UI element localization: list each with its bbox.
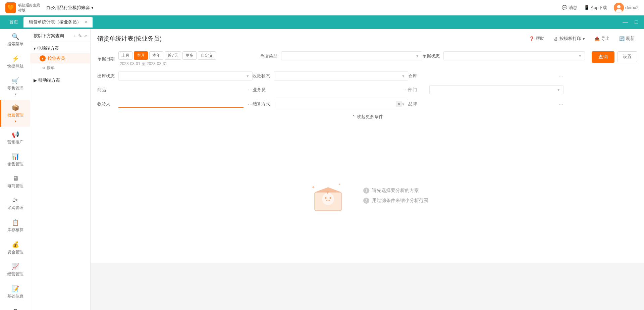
workspace-arrow: ▾ (91, 5, 94, 10)
payment-tag-close[interactable]: × (398, 102, 400, 106)
add-scheme-button[interactable]: + (73, 33, 76, 39)
date-btn-this-year[interactable]: 本年 (149, 51, 163, 60)
sidebar-item-sales[interactable]: 📊 销售管理 (0, 149, 30, 171)
sidebar-item-inventory[interactable]: 📋 库存核算 (0, 215, 30, 237)
sidebar-item-ecommerce[interactable]: 🖥 电商管理 (0, 171, 30, 193)
sidebar-item-quick-nav[interactable]: ⚡ 快捷导航 (0, 51, 30, 73)
order-status-select[interactable]: ▾ (443, 51, 585, 60)
refresh-label: 刷新 (626, 36, 635, 42)
warehouse-dots-button[interactable]: ··· (558, 72, 564, 80)
basic-info-icon: 📝 (12, 285, 19, 293)
help-button[interactable]: ❓ 帮助 (526, 34, 547, 43)
scheme-desktop-header[interactable]: ▾ 电脑端方案 (30, 43, 90, 53)
sidebar-item-operations-label: 经营管理 (7, 271, 23, 277)
order-status-arrow: ▾ (579, 53, 581, 58)
scheme-sub-by-order[interactable]: ⚙ 按单 (30, 63, 90, 72)
date-btn-this-month[interactable]: 本月 (134, 51, 148, 60)
print-button[interactable]: 🖨 按模板打印 ▾ (551, 34, 588, 43)
sidebar-item-marketing[interactable]: 📢 营销推广 (0, 127, 30, 149)
search-icon: 🔍 (12, 33, 19, 40)
scheme-mobile-header[interactable]: ▶ 移动端方案 (30, 75, 90, 85)
date-btn-7days[interactable]: 近7天 (165, 51, 181, 60)
payment-status-label: 收款状态 (253, 73, 271, 79)
refresh-button[interactable]: 🔄 刷新 (616, 34, 637, 43)
filter-payment-method: 结算方式 × ▾ (253, 99, 408, 109)
filter-payment-status: 收款状态 ▾ (253, 71, 408, 81)
svg-point-8 (330, 197, 331, 199)
query-button[interactable]: 查询 (592, 51, 614, 63)
product-dots-button[interactable]: ··· (248, 86, 253, 93)
stock-status-select[interactable]: ▾ (118, 71, 253, 81)
user-area[interactable]: demo2 (614, 3, 639, 13)
dept-arrow: ▾ (557, 87, 560, 92)
sidebar-item-system[interactable]: ⚙ 系统管理 (0, 303, 30, 310)
empty-steps: 1 请先选择要分析的方案 2 用过滤条件来缩小分析范围 (363, 188, 428, 204)
scheme-sub-icon: ⚙ (42, 66, 45, 70)
date-label: 单据日期 (97, 56, 116, 62)
tab-close-icon[interactable]: × (85, 19, 87, 25)
date-btn-last-month[interactable]: 上月 (118, 51, 132, 60)
brand-label: 品牌 (408, 101, 427, 107)
tab-sales-stat[interactable]: 销货单统计表（按业务员） × (23, 17, 93, 28)
sidebar-item-finance[interactable]: 💰 资金管理 (0, 237, 30, 259)
content-area: 销货单统计表(按业务员) ❓ 帮助 🖨 按模板打印 ▾ 📤 导出 🔄 刷新 (91, 29, 644, 310)
sidebar-item-basic-info[interactable]: 📝 基础信息 (0, 281, 30, 303)
sidebar-item-operations[interactable]: 📈 经营管理 (0, 259, 30, 281)
tab-maximize-button[interactable]: □ (633, 18, 640, 26)
step-1-num: 1 (363, 188, 369, 194)
sidebar-item-marketing-label: 营销推广 (7, 139, 23, 145)
sidebar-item-purchase[interactable]: 🛍 采购管理 (0, 193, 30, 215)
sidebar-item-sales-label: 销售管理 (7, 161, 23, 167)
empty-step-1: 1 请先选择要分析的方案 (363, 188, 428, 194)
consignee-dots-button[interactable]: ··· (248, 101, 253, 108)
tab-bar-actions: — □ (621, 18, 640, 26)
staff-dots-button[interactable]: ··· (403, 86, 408, 93)
date-btn-custom[interactable]: 自定义 (198, 51, 216, 60)
empty-illustration: ? ✦ ✦ · (306, 174, 350, 217)
sidebar-item-inventory-label: 库存核算 (7, 227, 23, 233)
page-actions: ❓ 帮助 🖨 按模板打印 ▾ 📤 导出 🔄 刷新 (526, 34, 637, 43)
brand-dots-button[interactable]: ··· (558, 101, 564, 108)
date-btn-more[interactable]: 更多 (182, 51, 197, 60)
date-range: 2023-03-01 至 2023-03-31 (120, 61, 167, 67)
scheme-item-by-staff[interactable]: ● 按业务员 (30, 53, 90, 63)
tab-minimize-button[interactable]: — (621, 18, 630, 26)
collapse-btn-label: 收起更多条件 (357, 114, 383, 120)
export-button[interactable]: 📤 导出 (592, 34, 612, 43)
sidebar: 🔍 搜索菜单 ⚡ 快捷导航 🛒 零售管理 ▾ 📦 批发管理 ▴ 📢 营销推广 📊… (0, 29, 30, 310)
avatar (614, 3, 624, 13)
main-layout: 🔍 搜索菜单 ⚡ 快捷导航 🛒 零售管理 ▾ 📦 批发管理 ▴ 📢 营销推广 📊… (0, 29, 644, 310)
page-header: 销货单统计表(按业务员) ❓ 帮助 🖨 按模板打印 ▾ 📤 导出 🔄 刷新 (91, 29, 644, 47)
empty-state-content: ? ✦ ✦ · 1 请先选择要分析的方案 2 用过滤条件来缩小分 (306, 174, 428, 217)
top-bar-left: 🧡 畅捷通好生意 标版 办公用品行业模拟账套 ▾ (5, 2, 96, 13)
sidebar-item-basic-info-label: 基础信息 (7, 294, 23, 299)
collapse-panel-button[interactable]: « (84, 33, 87, 39)
sidebar-item-wholesale[interactable]: 📦 批发管理 ▴ (0, 100, 30, 127)
sidebar-item-retail[interactable]: 🛒 零售管理 ▾ (0, 73, 30, 100)
empty-state: ? ✦ ✦ · 1 请先选择要分析的方案 2 用过滤条件来缩小分 (91, 128, 644, 263)
edit-scheme-button[interactable]: ✎ (78, 33, 82, 39)
sidebar-item-ecommerce-label: 电商管理 (7, 183, 23, 189)
message-button[interactable]: 💬 消息 (562, 5, 577, 11)
settings-button[interactable]: 设置 (617, 51, 637, 62)
sidebar-item-search[interactable]: 🔍 搜索菜单 (0, 29, 30, 51)
page-title: 销货单统计表(按业务员) (97, 35, 162, 43)
filter-dept: 部门 ▾ (408, 85, 564, 94)
order-type-select[interactable]: ▾ (281, 51, 423, 60)
payment-status-arrow: ▾ (402, 73, 405, 79)
tab-home[interactable]: 首页 (4, 17, 23, 28)
sales-icon: 📊 (12, 153, 19, 160)
help-icon: ❓ (529, 36, 534, 41)
filter-row-2: 出库状态 ▾ 收款状态 ▾ 仓库 ··· (97, 71, 637, 81)
query-action-area: 查询 设置 (585, 51, 637, 63)
payment-method-arrow: ▾ (402, 102, 405, 107)
payment-status-select[interactable]: ▾ (274, 71, 408, 81)
collapse-more-button[interactable]: ⌃ 收起更多条件 (348, 112, 387, 121)
payment-method-select[interactable]: × ▾ (274, 99, 408, 109)
filter-warehouse: 仓库 ··· (408, 72, 564, 80)
message-label: 消息 (569, 5, 577, 11)
consignee-input[interactable] (118, 100, 244, 108)
app-download-button[interactable]: 📱 App下载 (584, 5, 607, 11)
dept-select[interactable]: ▾ (429, 85, 564, 94)
app-selector[interactable]: 办公用品行业模拟账套 ▾ (44, 3, 96, 12)
